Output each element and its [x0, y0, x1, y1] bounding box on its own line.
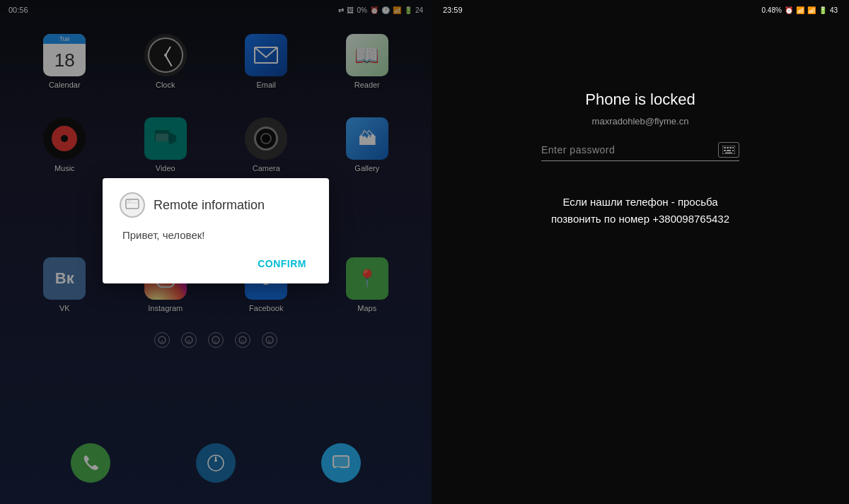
lock-message-line1: Если нашли телефон - просьба [562, 196, 717, 208]
dialog-message: Привет, человек! [120, 229, 312, 241]
svg-point-28 [130, 201, 132, 202]
dialog-title: Remote information [154, 198, 265, 213]
keyboard-toggle-button[interactable] [718, 142, 739, 158]
svg-rect-34 [724, 150, 726, 151]
alarm-right-icon: ⏰ [785, 6, 793, 14]
right-status-icons: 0.48% ⏰ 📶 📶 🔋 43 [762, 6, 838, 14]
wifi-icon: 📶 [796, 6, 804, 14]
svg-rect-35 [727, 150, 731, 151]
battery-right-level: 43 [830, 6, 838, 14]
dialog-box: Remote information Привет, человек! CONF… [103, 178, 329, 283]
battery-right-icon: 🔋 [819, 6, 827, 14]
lock-message-line2: позвонить по номер +380098765432 [551, 213, 729, 225]
password-placeholder[interactable]: Enter password [541, 144, 712, 156]
svg-rect-32 [729, 147, 732, 148]
svg-point-27 [128, 201, 129, 202]
svg-rect-30 [724, 147, 726, 148]
phone-right-screen: 23:59 0.48% ⏰ 📶 📶 🔋 43 Phone is locked m… [432, 0, 849, 504]
dialog-icon [120, 192, 145, 218]
lock-title: Phone is locked [585, 90, 695, 109]
lock-email: maxradohleb@flyme.cn [592, 116, 689, 127]
svg-rect-36 [732, 150, 734, 151]
password-row: Enter password [541, 142, 739, 161]
phone-left-screen: 00:56 ⇄ 🖼 0% ⏰ 🕐 📶 🔋 24 Tue 18 Calendar [0, 0, 432, 504]
dialog-actions: CONFIRM [120, 255, 312, 272]
svg-rect-31 [727, 147, 729, 148]
lock-content: Phone is locked maxradohleb@flyme.cn Ent… [541, 90, 739, 228]
right-time: 23:59 [443, 6, 463, 14]
svg-rect-37 [725, 153, 732, 154]
status-bar-right: 23:59 0.48% ⏰ 📶 📶 🔋 43 [432, 0, 849, 20]
lock-message: Если нашли телефон - просьба позвонить п… [551, 194, 729, 228]
dialog-header: Remote information [120, 192, 312, 218]
dialog-overlay: Remote information Привет, человек! CONF… [0, 0, 432, 504]
battery-percent-right: 0.48% [762, 6, 782, 14]
svg-rect-33 [732, 147, 734, 148]
dialog-confirm-button[interactable]: CONFIRM [252, 255, 312, 272]
signal-right-icon: 📶 [807, 6, 816, 14]
